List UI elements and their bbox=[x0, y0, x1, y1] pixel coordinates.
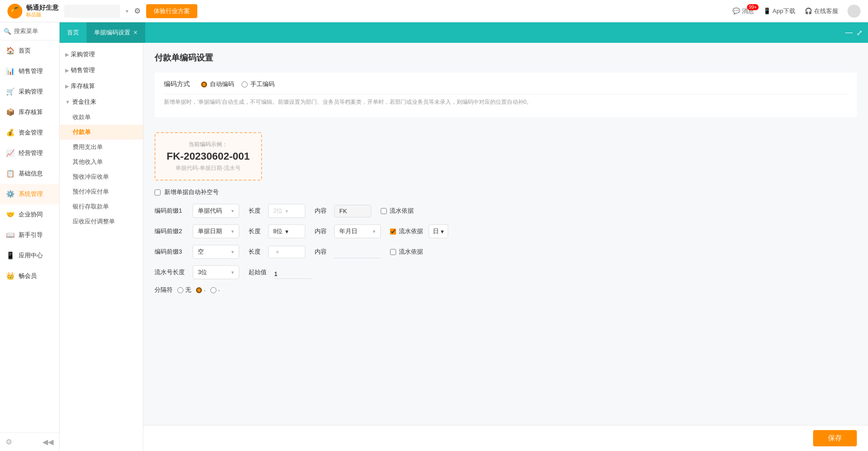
auto-code-radio[interactable]: 自动编码 bbox=[201, 80, 234, 88]
tab-single-code[interactable]: 单据编码设置 ✕ bbox=[87, 22, 145, 43]
sidebar-item-basic[interactable]: 📋 基础信息 bbox=[0, 163, 59, 184]
online-service-button[interactable]: 🎧 在线客服 bbox=[805, 7, 838, 15]
sidebar-item-newguide[interactable]: 📖 新手引导 bbox=[0, 225, 59, 245]
save-button[interactable]: 保存 bbox=[813, 430, 857, 446]
collapse-icon[interactable]: ◀◀ bbox=[42, 438, 54, 446]
dropdown-caret-icon[interactable]: ▾ bbox=[126, 8, 128, 14]
gear-icon[interactable]: ⚙ bbox=[134, 7, 141, 15]
serial-checkbox-2[interactable]: 流水依据 bbox=[390, 227, 423, 236]
nav-parent-capital[interactable]: ▼ 资金往来 bbox=[60, 94, 143, 110]
logo-text: 畅通好生意 标品版 bbox=[26, 4, 59, 19]
sidebar-item-appcenter[interactable]: 📱 应用中心 bbox=[0, 245, 59, 266]
nav-child-pre-payment[interactable]: 预付冲应付单 bbox=[60, 184, 143, 199]
prefix-select-2[interactable]: 单据日期 ▾ bbox=[193, 224, 239, 238]
caret-icon: ▾ bbox=[373, 229, 376, 235]
nav-group-inventory: ▶ 库存核算 bbox=[60, 78, 143, 94]
nav-child-ar-ap-adjust[interactable]: 应收应付调整单 bbox=[60, 214, 143, 229]
caret-icon: ▾ bbox=[285, 208, 289, 215]
nav-child-bank-deposit[interactable]: 银行存取款单 bbox=[60, 199, 143, 214]
arrow-down-icon: ▼ bbox=[65, 99, 70, 105]
topbar-logo: 🍊 畅通好生意 标品版 bbox=[7, 4, 59, 19]
sep-none-radio[interactable]: 无 bbox=[177, 286, 191, 294]
nav-child-payment[interactable]: 付款单 bbox=[60, 125, 143, 140]
manual-code-radio[interactable]: 手工编码 bbox=[242, 80, 275, 88]
nav-parent-sales[interactable]: ▶ 销售管理 bbox=[60, 62, 143, 78]
length-label-1: 长度 bbox=[249, 207, 261, 215]
encoding-method-label: 编码方式 bbox=[164, 80, 190, 88]
content-label-1: 内容 bbox=[315, 207, 327, 215]
caret-icon: ▾ bbox=[231, 249, 234, 255]
message-button[interactable]: 💬 消息 99+ bbox=[733, 7, 754, 15]
auto-fill-label: 新增单据自动补空号 bbox=[164, 188, 219, 196]
nav-child-other-income[interactable]: 其他收入单 bbox=[60, 155, 143, 169]
sidebar-item-sales[interactable]: 📊 销售管理 bbox=[0, 61, 59, 81]
nav-parent-purchase[interactable]: ▶ 采购管理 bbox=[60, 47, 143, 62]
member-icon: 👑 bbox=[6, 271, 15, 281]
length-select-1[interactable]: 2位 ▾ bbox=[268, 204, 305, 218]
nav-child-expense[interactable]: 费用支出单 bbox=[60, 140, 143, 155]
appcenter-icon: 📱 bbox=[6, 251, 15, 260]
prefix-select-3[interactable]: 空 ▾ bbox=[193, 245, 239, 259]
auto-fill-checkbox[interactable] bbox=[155, 189, 161, 195]
arrow-icon: ▶ bbox=[65, 83, 69, 89]
start-value-input[interactable]: 1 bbox=[274, 266, 311, 279]
tab-close-icon[interactable]: ✕ bbox=[133, 29, 138, 36]
serial-length-select[interactable]: 3位 ▾ bbox=[193, 265, 239, 279]
serial-checkbox-3[interactable]: 流水依据 bbox=[390, 248, 423, 256]
content-split: ▶ 采购管理 ▶ 销售管理 ▶ 库存核算 bbox=[60, 43, 868, 451]
sidebar-item-purchase[interactable]: 🛒 采购管理 bbox=[0, 81, 59, 102]
service-icon: 🎧 bbox=[805, 7, 812, 14]
info-text: 新增单据时，'单据编码'自动生成，不可编辑。前缀设置为部门、业务员等档案类，开单… bbox=[164, 94, 848, 110]
footer-bar: 保存 bbox=[143, 425, 868, 451]
nav-parent-inventory[interactable]: ▶ 库存核算 bbox=[60, 78, 143, 94]
trial-button[interactable]: 体验行业方案 bbox=[146, 4, 197, 18]
sep-dot-radio[interactable]: · bbox=[196, 287, 206, 294]
page-title: 付款单编码设置 bbox=[155, 52, 857, 63]
sidebar-item-home[interactable]: 🏠 首页 bbox=[0, 40, 59, 61]
prefix-select-1[interactable]: 单据代码 ▾ bbox=[193, 204, 239, 218]
maximize-icon[interactable]: ⤢ bbox=[856, 28, 862, 37]
purchase-icon: 🛒 bbox=[6, 87, 15, 96]
sidebar-item-collab[interactable]: 🤝 企业协同 bbox=[0, 204, 59, 225]
content-label-3: 内容 bbox=[315, 248, 327, 256]
tab-home[interactable]: 首页 bbox=[60, 22, 87, 43]
day-select-2[interactable]: 日 ▾ bbox=[429, 224, 448, 238]
operation-icon: 📈 bbox=[6, 148, 15, 158]
settings-icon[interactable]: ⚙ bbox=[6, 438, 12, 446]
sidebar-item-inventory[interactable]: 📦 库存核算 bbox=[0, 102, 59, 122]
message-icon: 💬 bbox=[733, 7, 740, 14]
prefix-label-1: 编码前缀1 bbox=[155, 207, 187, 215]
content-select-2[interactable]: 年月日 ▾ bbox=[334, 224, 381, 238]
content-area: 首页 单据编码设置 ✕ — ⤢ ▶ 采购管理 bbox=[60, 22, 868, 451]
nav-child-receipt[interactable]: 收款单 bbox=[60, 110, 143, 125]
serial-length-row: 流水号长度 3位 ▾ 起始值 1 bbox=[155, 265, 857, 279]
sidebar-search[interactable]: 🔍 搜索菜单 bbox=[0, 22, 59, 40]
preview-code: FK-20230602-001 bbox=[167, 150, 250, 162]
avatar[interactable] bbox=[848, 5, 861, 18]
serial-checkbox-1[interactable]: 流水依据 bbox=[381, 207, 414, 215]
minimize-icon[interactable]: — bbox=[845, 28, 853, 37]
nav-child-pre-collection[interactable]: 预收冲应收单 bbox=[60, 169, 143, 184]
sidebar-item-finance[interactable]: 💰 资金管理 bbox=[0, 122, 59, 143]
finance-icon: 💰 bbox=[6, 128, 15, 137]
length-label-3: 长度 bbox=[249, 248, 261, 256]
sidebar-item-operation[interactable]: 📈 经营管理 bbox=[0, 143, 59, 163]
preview-sub: 单据代码-单据日期-流水号 bbox=[167, 164, 250, 172]
sidebar-item-member[interactable]: 👑 畅会员 bbox=[0, 266, 59, 286]
length-select-3[interactable]: ▾ bbox=[268, 246, 305, 258]
length-select-2[interactable]: 8位 ▾ bbox=[268, 224, 305, 238]
topbar: 🍊 畅通好生意 标品版 用户名 ▾ ⚙ 体验行业方案 💬 消息 99+ 📱 Ap… bbox=[0, 0, 868, 22]
content-input-1: FK bbox=[334, 205, 371, 217]
nav-group-capital: ▼ 资金往来 收款单 付款单 费用支出单 其他收入单 预收冲应收单 预付冲应付单… bbox=[60, 94, 143, 229]
start-value-label: 起始值 bbox=[249, 268, 267, 276]
inventory-icon: 📦 bbox=[6, 108, 15, 117]
arrow-icon: ▶ bbox=[65, 67, 69, 74]
separator-label: 分隔符 bbox=[155, 286, 173, 294]
sep-dash-radio[interactable]: · bbox=[210, 287, 220, 294]
field-row-2: 编码前缀2 单据日期 ▾ 长度 8位 ▾ 内容 年月日 bbox=[155, 224, 857, 238]
app-download-button[interactable]: 📱 App下载 bbox=[763, 7, 795, 15]
tab-bar-actions: — ⤢ bbox=[845, 28, 868, 37]
nav-group-sales: ▶ 销售管理 bbox=[60, 62, 143, 78]
separator-row: 分隔符 无 · · bbox=[155, 286, 857, 294]
sidebar-item-system[interactable]: ⚙️ 系统管理 bbox=[0, 184, 59, 204]
